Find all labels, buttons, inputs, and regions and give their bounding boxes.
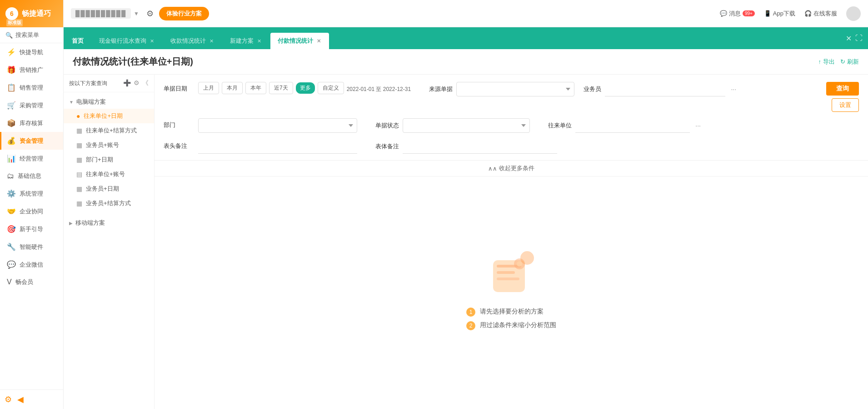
- settings-btn[interactable]: 设置: [832, 98, 859, 112]
- partner-more-icon[interactable]: ···: [693, 122, 703, 129]
- sidebar-item-hardware[interactable]: 🔧 智能硬件: [0, 238, 63, 256]
- step-2-num: 2: [466, 321, 475, 330]
- inventory-icon: 📦: [7, 119, 16, 127]
- tree-item-salesman-date[interactable]: ▦ 业务员+日期: [64, 182, 154, 196]
- collapse-label: 收起更多条件: [499, 164, 534, 172]
- desktop-section-toggle[interactable]: ▼ 电脑端方案: [64, 95, 154, 109]
- export-btn[interactable]: ↑ 导出: [818, 58, 835, 66]
- tab-receipt-stats-close[interactable]: ✕: [209, 37, 215, 45]
- sidebar-item-basic[interactable]: 🗂 基础信息: [0, 167, 63, 185]
- collapse-panel-icon[interactable]: 《: [142, 79, 149, 87]
- topbar-gear-icon[interactable]: ⚙: [146, 9, 154, 19]
- sidebar-item-guide[interactable]: 🎯 新手引导: [0, 220, 63, 238]
- tab-receipt-stats-label: 收款情况统计: [170, 37, 206, 45]
- sidebar-item-member[interactable]: V 畅会员: [0, 273, 63, 291]
- date-btn-7days[interactable]: 近7天: [269, 82, 293, 94]
- date-btn-custom[interactable]: 自定义: [318, 82, 344, 94]
- messages-btn[interactable]: 💬 消息 99+: [720, 10, 755, 18]
- system-icon: ⚙️: [7, 189, 16, 198]
- sidebar-item-operations[interactable]: 📊 经营管理: [0, 150, 63, 167]
- sidebar-item-sales[interactable]: 📋 销售管理: [0, 79, 63, 96]
- tree-item-label: 部门+日期: [86, 156, 113, 164]
- tab-receipt-stats[interactable]: 收款情况统计 ✕: [163, 33, 222, 49]
- header-note-input[interactable]: [198, 139, 357, 154]
- tree-item-label: 往来单位+日期: [84, 112, 123, 120]
- sidebar-item-system[interactable]: ⚙️ 系统管理: [0, 185, 63, 202]
- salesman-more-icon[interactable]: ···: [729, 86, 738, 93]
- export-label: 导出: [823, 58, 835, 66]
- date-btn-this-month[interactable]: 本月: [222, 82, 243, 94]
- sidebar-footer: ⚙ ◀: [0, 389, 63, 409]
- expand-icon[interactable]: ⛶: [855, 34, 863, 42]
- sidebar-header: 6 畅捷通巧 标准版: [0, 0, 63, 27]
- customer-service-label: 在线客服: [813, 10, 837, 18]
- tab-new-plan[interactable]: 新建方案 ✕: [223, 33, 269, 49]
- sidebar-item-marketing[interactable]: 🎁 营销推广: [0, 61, 63, 79]
- empty-steps: 1 请先选择要分析的方案 2 用过滤条件来缩小分析范围: [466, 308, 556, 335]
- close-all-icon[interactable]: ✕: [846, 34, 852, 43]
- sidebar-item-purchase[interactable]: 🛒 采购管理: [0, 96, 63, 114]
- tree-item-partner-settlement[interactable]: ▦ 往来单位+结算方式: [64, 123, 154, 138]
- tab-bank-flow[interactable]: 现金银行流水查询 ✕: [92, 33, 162, 49]
- tree-item-salesman-account[interactable]: ▦ 业务员+账号: [64, 138, 154, 152]
- empty-illustration: [484, 251, 539, 297]
- workspace-selector[interactable]: ██████████ ▼: [71, 8, 139, 19]
- tree-item-label: 业务员+结算方式: [86, 199, 131, 207]
- enterprise-icon: 🤝: [7, 207, 16, 216]
- empty-step-1: 1 请先选择要分析的方案: [466, 308, 556, 317]
- sidebar-item-enterprise[interactable]: 🤝 企业协同: [0, 202, 63, 220]
- sidebar-item-finance[interactable]: 💰 资金管理: [0, 132, 63, 150]
- right-content: 单据日期 上月 本月 本年 近7天 更多 自定义 2022-01-01 至 20…: [155, 75, 868, 409]
- mobile-section-toggle[interactable]: ▶ 移动端方案: [64, 216, 154, 230]
- tree-item-partner-date[interactable]: ● 往来单位+日期: [64, 109, 154, 123]
- sidebar-item-quick-nav[interactable]: ⚡ 快捷导航: [0, 43, 63, 61]
- tab-home[interactable]: 首页: [65, 33, 91, 49]
- settings-footer-icon[interactable]: ⚙: [5, 394, 12, 404]
- partner-input[interactable]: [575, 118, 690, 133]
- salesman-input[interactable]: [605, 82, 725, 96]
- dept-select[interactable]: [198, 118, 357, 133]
- refresh-btn[interactable]: ↻ 刷新: [840, 58, 859, 66]
- app-name: 畅捷通巧: [22, 9, 51, 19]
- tab-new-plan-close[interactable]: ✕: [256, 37, 262, 45]
- tab-payment-stats-close[interactable]: ✕: [316, 37, 322, 45]
- sidebar-item-inventory[interactable]: 📦 库存核算: [0, 114, 63, 132]
- date-btn-more[interactable]: 更多: [296, 82, 315, 94]
- salesman-label: 业务员: [584, 85, 601, 93]
- tab-bank-flow-close[interactable]: ✕: [149, 37, 155, 45]
- step-2-text: 用过滤条件来缩小分析范围: [480, 321, 556, 329]
- section-arrow-icon: ▼: [69, 100, 74, 105]
- tree-item-label: 业务员+账号: [86, 141, 119, 149]
- query-btn[interactable]: 查询: [826, 82, 859, 96]
- sidebar-item-weixin[interactable]: 💬 企业微信: [0, 256, 63, 273]
- collapse-sidebar-icon[interactable]: ◀: [17, 394, 24, 404]
- left-panel: 按以下方案查询 ➕ ⚙ 《 ▼ 电脑端方案 ● 往来单位+日期 ▦: [64, 75, 155, 409]
- filter-row-1: 单据日期 上月 本月 本年 近7天 更多 自定义 2022-01-01 至 20…: [164, 82, 859, 112]
- date-btn-this-year[interactable]: 本年: [245, 82, 266, 94]
- mobile-section-label: 移动端方案: [75, 219, 105, 227]
- collapse-filter-btn[interactable]: ∧∧ 收起更多条件: [155, 160, 868, 176]
- workspace-arrow-icon[interactable]: ▼: [134, 10, 139, 17]
- doc-status-select[interactable]: [403, 118, 530, 133]
- app-download-btn[interactable]: 📱 App下载: [764, 10, 795, 18]
- tree-item-partner-account[interactable]: ▤ 往来单位+账号: [64, 167, 154, 182]
- sidebar-item-search[interactable]: 🔍 搜索菜单: [0, 27, 63, 43]
- tab-home-label: 首页: [72, 37, 84, 45]
- refresh-label: 刷新: [847, 58, 859, 66]
- doc-status-label: 单据状态: [375, 121, 399, 130]
- plan-icon: ▦: [76, 200, 82, 207]
- plan-icon: ▦: [76, 127, 82, 134]
- desktop-section-label: 电脑端方案: [76, 98, 106, 106]
- trial-btn[interactable]: 体验行业方案: [159, 7, 209, 20]
- tree-item-salesman-settlement[interactable]: ▦ 业务员+结算方式: [64, 196, 154, 211]
- tree-item-dept-date[interactable]: ▦ 部门+日期: [64, 152, 154, 167]
- source-select[interactable]: [456, 82, 574, 96]
- header-note-label: 表头备注: [164, 139, 189, 150]
- user-avatar[interactable]: [846, 6, 861, 21]
- date-btn-last-month[interactable]: 上月: [198, 82, 219, 94]
- add-plan-icon[interactable]: ➕: [123, 79, 131, 87]
- settings-plan-icon[interactable]: ⚙: [134, 79, 140, 87]
- tab-payment-stats[interactable]: 付款情况统计 ✕: [270, 33, 329, 49]
- customer-service-btn[interactable]: 🎧 在线客服: [804, 10, 837, 18]
- body-note-input[interactable]: [403, 139, 557, 154]
